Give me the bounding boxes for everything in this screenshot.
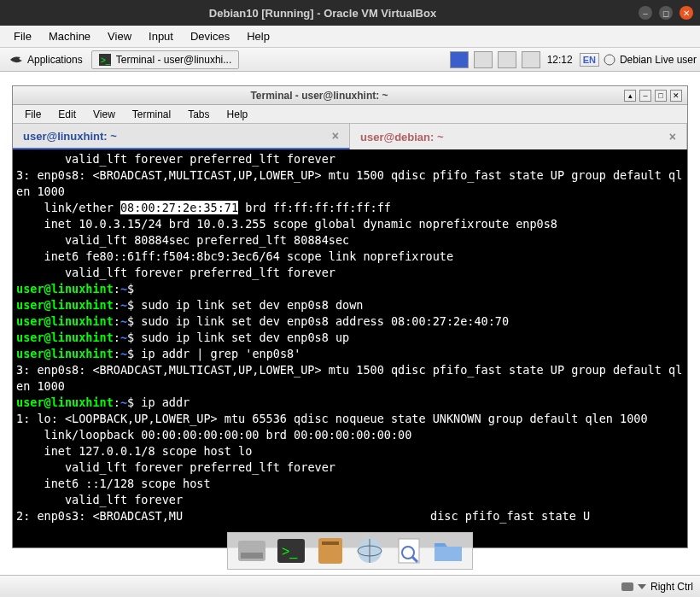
menu-file[interactable]: File <box>5 27 40 45</box>
terminal-maximize-button[interactable]: □ <box>655 90 667 102</box>
term-menu-help[interactable]: Help <box>219 107 257 122</box>
term-menu-terminal[interactable]: Terminal <box>124 107 179 122</box>
menu-devices[interactable]: Devices <box>182 27 238 45</box>
workspace-switcher[interactable] <box>450 51 540 68</box>
close-button[interactable]: ✕ <box>680 6 693 20</box>
maximize-button[interactable]: ◻ <box>659 6 673 20</box>
workspace-4[interactable] <box>522 51 540 68</box>
notification-icon[interactable] <box>603 53 616 67</box>
dock-files[interactable] <box>315 536 346 566</box>
applications-menu[interactable]: Applications <box>3 52 88 67</box>
workspace-2[interactable] <box>474 51 493 68</box>
terminal-title: Terminal - user@linuxhint: ~ <box>18 90 621 102</box>
minimize-button[interactable]: – <box>639 6 652 20</box>
menu-input[interactable]: Input <box>140 27 182 45</box>
terminal-icon: >_ <box>99 54 111 66</box>
close-icon[interactable]: × <box>332 129 339 143</box>
vbox-window-title: Debian10 [Running] - Oracle VM VirtualBo… <box>7 7 639 20</box>
terminal-titlebar[interactable]: Terminal - user@linuxhint: ~ ▴ – □ ✕ <box>13 86 687 105</box>
keyboard-icon <box>621 581 633 593</box>
vbox-statusbar: Right Ctrl <box>0 575 700 597</box>
host-key-indicator: Right Ctrl <box>621 581 693 593</box>
terminal-minimize-button[interactable]: – <box>639 90 651 102</box>
dock-search[interactable] <box>394 536 424 566</box>
terminal-output[interactable]: valid_lft forever preferred_lft forever3… <box>13 149 687 547</box>
svg-rect-14 <box>435 547 462 561</box>
svg-text:>_: >_ <box>101 56 111 65</box>
term-menu-file[interactable]: File <box>16 107 50 122</box>
terminal-shade-button[interactable]: ▴ <box>624 90 636 102</box>
dock-terminal[interactable]: >_ <box>276 536 306 566</box>
terminal-window: Terminal - user@linuxhint: ~ ▴ – □ ✕ Fil… <box>12 85 688 548</box>
dock: >_ <box>227 532 473 570</box>
menu-view[interactable]: View <box>99 27 140 45</box>
svg-rect-15 <box>621 582 633 591</box>
dock-folder[interactable] <box>433 536 464 566</box>
keyboard-layout-indicator[interactable]: EN <box>580 53 599 67</box>
terminal-menubar: File Edit View Terminal Tabs Help <box>13 105 687 124</box>
session-user[interactable]: Debian Live user <box>620 54 697 66</box>
debian-icon <box>9 54 24 66</box>
workspace-3[interactable] <box>498 51 516 68</box>
clock[interactable]: 12:12 <box>544 54 576 66</box>
dock-browser[interactable] <box>354 536 385 566</box>
svg-text:>_: >_ <box>282 544 298 559</box>
tab-debian[interactable]: user@debian: ~ × <box>350 124 687 149</box>
dock-show-desktop[interactable] <box>236 536 267 566</box>
vbox-menubar: File Machine View Input Devices Help <box>0 26 700 48</box>
vbox-titlebar: Debian10 [Running] - Oracle VM VirtualBo… <box>0 0 700 26</box>
terminal-close-button[interactable]: ✕ <box>670 90 682 102</box>
term-menu-edit[interactable]: Edit <box>50 107 85 122</box>
term-menu-tabs[interactable]: Tabs <box>179 107 218 122</box>
svg-rect-8 <box>322 541 339 545</box>
desktop-panel: Applications >_ Terminal - user@linuxhi.… <box>0 48 700 72</box>
svg-rect-4 <box>241 553 263 559</box>
terminal-tabs: user@linuxhint: ~ × user@debian: ~ × <box>13 124 687 149</box>
menu-help[interactable]: Help <box>238 27 278 45</box>
svg-point-2 <box>604 55 615 65</box>
menu-machine[interactable]: Machine <box>40 27 99 45</box>
close-icon[interactable]: × <box>669 130 676 143</box>
tab-linuxhint[interactable]: user@linuxhint: ~ × <box>13 124 350 149</box>
arrow-down-icon <box>637 582 647 592</box>
workspace-1[interactable] <box>450 51 469 68</box>
term-menu-view[interactable]: View <box>85 107 124 122</box>
taskbar-terminal-button[interactable]: >_ Terminal - user@linuxhi... <box>91 50 240 69</box>
